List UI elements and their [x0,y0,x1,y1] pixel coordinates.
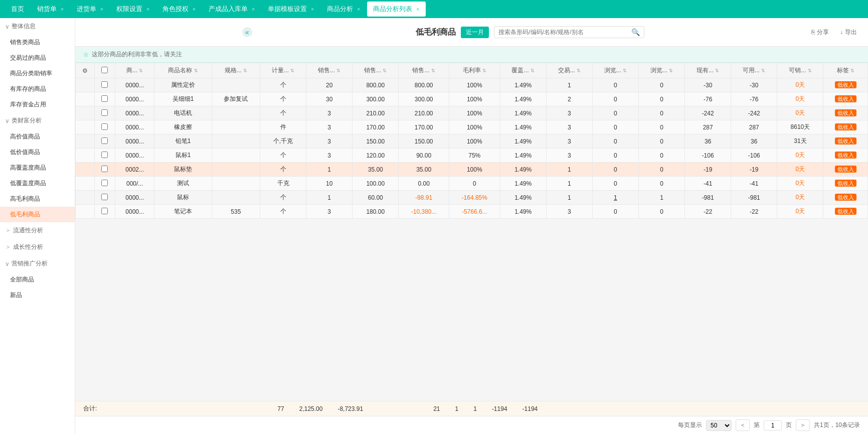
sidebar-item-all-goods[interactable]: 全部商品 [0,272,75,287]
search-icon[interactable]: 🔍 [631,28,640,36]
row-sales-profit: -10,380... [399,205,449,219]
sidebar-item-low-coverage[interactable]: 低覆盖度商品 [0,176,75,191]
row-checkbox[interactable] [101,208,108,214]
page-size-select[interactable]: 50 10 20 100 [706,420,732,431]
row-checkbox-cell[interactable] [94,149,115,163]
search-input[interactable] [498,29,631,36]
nav-item-goods-analysis[interactable]: 商品分析 × [321,2,366,17]
row-browse2: 0 [638,177,684,191]
sidebar-item-stock-goods[interactable]: 有库存的商品 [0,81,75,97]
row-name: 橡皮擦 [154,120,212,134]
row-checkbox-cell[interactable] [94,120,115,134]
row-checkbox-cell[interactable] [94,106,115,120]
row-checkbox[interactable] [101,166,108,172]
col-tag[interactable]: 标签 ⇅ [823,63,868,78]
row-tag: 低收入 [823,106,868,120]
sidebar-item-traded-goods[interactable]: 交易过的商品 [0,50,75,66]
sidebar-item-low-margin[interactable]: 低毛利商品 [0,207,75,222]
col-sales-qty[interactable]: 销售... ⇅ [306,63,353,78]
row-settings [76,120,95,134]
row-checkbox[interactable] [101,194,108,200]
next-page-btn[interactable]: ＞ [796,419,810,431]
nav-item-permission[interactable]: 权限设置 × [110,2,155,17]
col-sales-price[interactable]: 销售... ⇅ [353,63,399,78]
sidebar-item-high-coverage[interactable]: 高覆盖度商品 [0,160,75,176]
table-area[interactable]: ⚙ 商... ⇅ 商品名称 ⇅ 规格... ⇅ 计量... ⇅ 销售... ⇅ … [75,63,868,401]
col-sales-profit[interactable]: 销售... ⇅ [399,63,449,78]
col-transaction[interactable]: 交易... ⇅ [546,63,592,78]
col-current-stock[interactable]: 现有... ⇅ [685,63,731,78]
row-saleable-days: 0天 [777,106,823,120]
row-checkbox-cell[interactable] [94,134,115,149]
row-checkbox-cell[interactable] [94,205,115,219]
nav-item-sales[interactable]: 销货单 × [31,2,70,17]
col-code[interactable]: 商... ⇅ [115,63,154,78]
export-button[interactable]: ↓ 导出 [837,27,860,38]
row-checkbox[interactable] [101,123,108,130]
row-checkbox[interactable] [101,137,108,144]
sidebar-group-title-overall[interactable]: ∨ 整体信息 [0,18,75,35]
select-all-checkbox[interactable] [101,67,108,73]
sidebar-item-high-value[interactable]: 高价值商品 [0,129,75,144]
row-sales-qty: 3 [306,205,353,219]
sidebar-group-title-liquidity[interactable]: ＞ 流通性分析 [0,222,75,239]
row-available-stock: -30 [731,78,777,92]
row-checkbox-cell[interactable] [94,177,115,191]
sidebar-group-title-growth[interactable]: ＞ 成长性分析 [0,239,75,255]
row-checkbox[interactable] [101,81,108,88]
row-unit: 千克 [260,177,306,191]
sidebar-item-high-margin[interactable]: 高毛利商品 [0,191,75,207]
row-sales-profit: 150.00 [399,134,449,149]
table-row: 000/... 测试 千克 10 100.00 0.00 0 1.49% 1 0… [76,177,868,191]
col-unit[interactable]: 计量... ⇅ [260,63,306,78]
row-checkbox-cell[interactable] [94,78,115,92]
period-button[interactable]: 近一月 [461,27,489,38]
page-title: 低毛利商品 [416,27,456,38]
row-current-stock: -242 [685,106,731,120]
row-transaction: 3 [546,120,592,134]
col-browse1[interactable]: 浏览... ⇅ [592,63,638,78]
table-row: 0002... 鼠标垫 个 1 35.00 35.00 100% 1.49% 1… [76,163,868,177]
row-available-stock: -981 [731,191,777,205]
col-checkbox[interactable] [94,63,115,78]
row-checkbox[interactable] [101,152,108,158]
col-name[interactable]: 商品名称 ⇅ [154,63,212,78]
row-checkbox[interactable] [101,180,108,186]
col-gross-margin[interactable]: 毛利率 ⇅ [449,63,500,78]
row-checkbox[interactable] [101,95,108,102]
row-browse2: 0 [638,106,684,120]
sidebar-item-new-goods[interactable]: 新品 [0,287,75,303]
tag-badge: 低收入 [835,180,856,187]
sidebar-item-category-rate[interactable]: 商品分类助销率 [0,66,75,81]
row-checkbox-cell[interactable] [94,163,115,177]
prev-page-btn[interactable]: ＜ [736,419,750,431]
col-saleable-days[interactable]: 可销... ⇅ [777,63,823,78]
col-settings[interactable]: ⚙ [76,63,95,78]
col-spec[interactable]: 规格... ⇅ [212,63,260,78]
nav-item-goods-list[interactable]: 商品分析列表 × [367,2,425,17]
sidebar-item-sales-goods[interactable]: 销售类商品 [0,35,75,50]
table-footer: 合计: 77 2,125.00 -8,723.91 21 1 1 -1194 -… [75,401,868,416]
nav-item-home[interactable]: 首页 [5,2,30,17]
col-available-stock[interactable]: 可用... ⇅ [731,63,777,78]
nav-item-template[interactable]: 单据模板设置 × [262,2,320,17]
nav-item-role[interactable]: 角色授权 × [156,2,202,17]
row-browse2: 0 [638,149,684,163]
share-button[interactable]: ⎘ 分享 [808,27,832,38]
collapse-sidebar-btn[interactable]: « [242,27,252,37]
row-gross-margin: 100% [449,106,500,120]
col-coverage[interactable]: 覆盖... ⇅ [500,63,546,78]
sidebar-group-title-value[interactable]: ∨ 类财富分析 [0,112,75,129]
row-checkbox[interactable] [101,109,108,116]
sidebar-group-title-marketing[interactable]: ∨ 营销推广分析 [0,255,75,272]
sidebar-item-capital[interactable]: 库存资金占用 [0,97,75,112]
sidebar-item-low-value[interactable]: 低价值商品 [0,144,75,160]
page-number-input[interactable] [764,420,782,430]
row-sales-qty: 3 [306,106,353,120]
nav-item-product-in[interactable]: 产成品入库单 × [203,2,261,17]
browse-link[interactable]: 1 [614,194,617,201]
nav-item-purchase[interactable]: 进货单 × [71,2,109,17]
row-checkbox-cell[interactable] [94,92,115,106]
col-browse2[interactable]: 浏览... ⇅ [638,63,684,78]
row-checkbox-cell[interactable] [94,191,115,205]
